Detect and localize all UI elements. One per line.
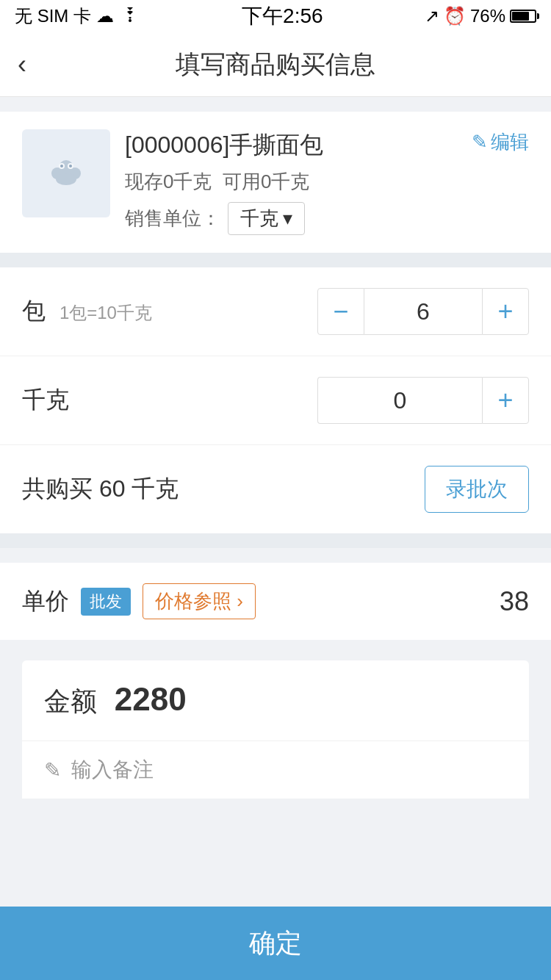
price-tag: 批发: [81, 588, 131, 616]
bao-sub-label: 1包=10千克: [60, 303, 152, 323]
battery-percent: 76%: [470, 6, 505, 26]
signal-text: 无 SIM 卡 ☁: [15, 4, 114, 28]
unit-selector[interactable]: 千克 ▾: [228, 202, 305, 235]
record-batch-button[interactable]: 录批次: [425, 466, 529, 513]
price-value: 38: [500, 586, 529, 617]
amount-section: 金额 2280 ✎ 输入备注: [0, 640, 551, 799]
price-reference-button[interactable]: 价格参照 ›: [143, 583, 256, 619]
confirm-button[interactable]: 确定: [0, 907, 551, 980]
amount-value: 2280: [115, 681, 187, 717]
pencil-icon: ✎: [44, 758, 61, 782]
bao-row: 包 1包=10千克 − +: [0, 267, 551, 356]
section-divider-2: [0, 533, 551, 548]
amount-row: 金额 2280: [22, 660, 529, 741]
svg-point-8: [69, 165, 72, 167]
status-bar: 无 SIM 卡 ☁ 下午2:56 ↗ ⏰ 76%: [0, 0, 551, 32]
edit-button[interactable]: ✎ 编辑: [472, 129, 529, 155]
status-left: 无 SIM 卡 ☁: [15, 4, 140, 28]
product-info: [0000006]手撕面包 现存0千克 可用0千克 销售单位： 千克 ▾: [125, 129, 529, 235]
remark-placeholder: 输入备注: [71, 756, 154, 784]
svg-point-4: [56, 173, 76, 185]
nav-bar: ‹ 填写商品购买信息: [0, 32, 551, 97]
summary-row: 共购买 60 千克 录批次: [0, 445, 551, 533]
location-icon: ↗: [425, 6, 439, 26]
wifi-icon: [120, 6, 140, 26]
status-time: 下午2:56: [242, 2, 323, 30]
product-stock: 现存0千克 可用0千克: [125, 169, 529, 195]
status-right: ↗ ⏰ 76%: [425, 6, 536, 26]
kg-plus-button[interactable]: +: [482, 377, 529, 424]
amount-label: 金额: [44, 686, 97, 716]
price-label: 单价: [22, 586, 69, 618]
kg-number-control: +: [317, 377, 529, 424]
bao-label: 包 1包=10千克: [22, 295, 317, 328]
input-section: 包 1包=10千克 − + 千克 +: [0, 267, 551, 445]
bao-plus-button[interactable]: +: [482, 288, 529, 335]
product-card: [0000006]手撕面包 现存0千克 可用0千克 销售单位： 千克 ▾ ✎ 编…: [0, 112, 551, 253]
back-button[interactable]: ‹: [18, 49, 26, 80]
kg-input[interactable]: [317, 377, 482, 424]
kg-label: 千克: [22, 384, 317, 417]
edit-icon: ✎: [472, 131, 488, 154]
summary-text: 共购买 60 千克: [22, 473, 179, 505]
battery-icon: [510, 10, 536, 23]
svg-point-7: [60, 165, 63, 167]
svg-point-0: [129, 19, 132, 22]
product-name: [0000006]手撕面包: [125, 129, 529, 162]
section-divider-1: [0, 253, 551, 267]
bao-input[interactable]: [364, 288, 482, 335]
page-title: 填写商品购买信息: [176, 48, 375, 82]
bao-number-control: − +: [317, 288, 529, 335]
alarm-icon: ⏰: [444, 6, 466, 26]
kg-row: 千克 +: [0, 356, 551, 445]
dropdown-icon: ▾: [283, 207, 292, 230]
remark-row[interactable]: ✎ 输入备注: [22, 741, 529, 799]
bao-minus-button[interactable]: −: [317, 288, 364, 335]
product-unit: 销售单位： 千克 ▾: [125, 202, 529, 235]
product-image: [22, 129, 110, 217]
price-section: 单价 批发 价格参照 › 38: [0, 563, 551, 640]
